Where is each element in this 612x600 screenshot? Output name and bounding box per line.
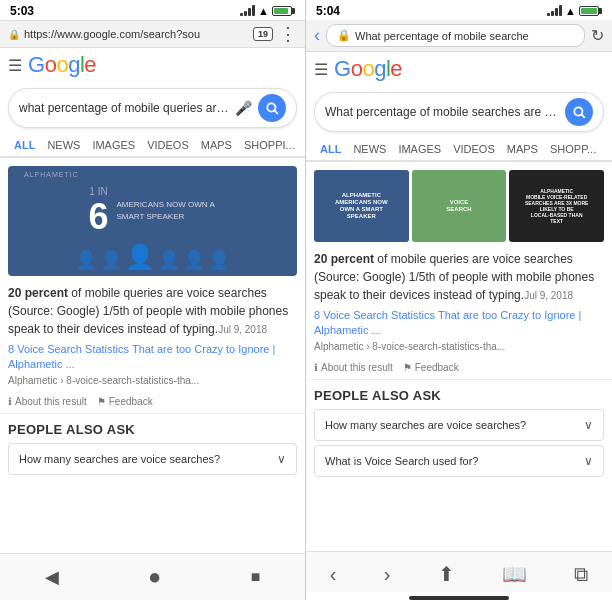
tab-news-right[interactable]: NEWS <box>347 138 392 162</box>
result-card-right: ALPHAMETICAMERICANS NOWOWN A SMARTSPEAKE… <box>306 162 612 380</box>
result-date-left: Jul 9, 2018 <box>218 324 267 335</box>
mic-icon-left[interactable]: 🎤 <box>235 100 252 116</box>
svg-point-2 <box>574 107 582 115</box>
time-left: 5:03 <box>10 4 34 18</box>
about-result-left[interactable]: ℹ About this result <box>8 396 87 407</box>
result-link-right[interactable]: 8 Voice Search Statistics That are too C… <box>314 308 604 339</box>
tabs-bar-left: ALL NEWS IMAGES VIDEOS MAPS SHOPPI... <box>0 134 305 158</box>
signal-icon <box>240 4 255 18</box>
paa-item-text-1-right: What is Voice Search used for? <box>325 455 584 467</box>
paa-title-right: PEOPLE ALSO ASK <box>314 388 604 403</box>
result-footer-left: ℹ About this result ⚑ Feedback <box>8 392 297 407</box>
back-arrow-ios[interactable]: ‹ <box>314 25 320 46</box>
ios-url-box[interactable]: 🔒 What percentage of mobile searche <box>326 24 585 47</box>
search-button-left[interactable] <box>258 94 286 122</box>
paa-item-1-right[interactable]: What is Voice Search used for? ∨ <box>314 445 604 477</box>
tab-all-left[interactable]: ALL <box>8 134 41 158</box>
feedback-right[interactable]: ⚑ Feedback <box>403 362 459 373</box>
paa-section-left: PEOPLE ALSO ASK How many searches are vo… <box>0 414 305 483</box>
hamburger-icon-right[interactable]: ☰ <box>314 60 328 79</box>
lock-icon-ios: 🔒 <box>337 29 351 42</box>
google-search-area-right: ☰ Google <box>306 52 612 86</box>
battery-icon-right <box>579 6 602 16</box>
image-thumb-1: ALPHAMETICAMERICANS NOWOWN A SMARTSPEAKE… <box>314 170 409 242</box>
tab-images-right[interactable]: IMAGES <box>392 138 447 162</box>
result-source-left: Alphametic › 8-voice-search-statistics-t… <box>8 375 297 386</box>
google-logo-left: Google <box>28 52 96 78</box>
snippet-bold-left: 20 percent <box>8 286 68 300</box>
result-snippet-right: 20 percent of mobile queries are voice s… <box>314 250 604 304</box>
flag-icon-left: ⚑ <box>97 396 106 407</box>
paa-chevron-1-right: ∨ <box>584 454 593 468</box>
home-button-android[interactable]: ● <box>140 562 169 592</box>
content-left: ALPHAMETIC 1 IN 6 AMERICANS NOW OWN A SM… <box>0 158 305 553</box>
tab-count[interactable]: 19 <box>253 27 273 41</box>
more-options-icon[interactable]: ⋮ <box>279 25 297 43</box>
search-input-right[interactable]: What percentage of mobile searches are v… <box>325 105 559 119</box>
flag-icon-right: ⚑ <box>403 362 412 373</box>
tabs-button-ios[interactable]: ⧉ <box>568 561 594 588</box>
info-icon-left: ℹ <box>8 396 12 407</box>
search-box-left[interactable]: what percentage of mobile queries are vo… <box>8 88 297 128</box>
result-card-left: ALPHAMETIC 1 IN 6 AMERICANS NOW OWN A SM… <box>0 158 305 414</box>
svg-line-1 <box>275 111 278 114</box>
share-button-ios[interactable]: ⬆ <box>432 560 461 588</box>
url-text-left: https://www.google.com/search?sou <box>24 28 247 40</box>
infographic-image-left: ALPHAMETIC 1 IN 6 AMERICANS NOW OWN A SM… <box>8 166 297 276</box>
google-logo-right: Google <box>334 56 402 82</box>
tab-shopping-right[interactable]: SHOPP... <box>544 138 602 162</box>
address-bar-left[interactable]: 🔒 https://www.google.com/search?sou 19 ⋮ <box>0 20 305 48</box>
status-bar-left: 5:03 ▲ <box>0 0 305 20</box>
tab-maps-left[interactable]: MAPS <box>195 134 238 158</box>
image-thumb-2: VOICESEARCH <box>412 170 507 242</box>
back-button-android[interactable]: ◀ <box>37 564 67 590</box>
time-right: 5:04 <box>316 4 340 18</box>
paa-chevron-0-left: ∨ <box>277 452 286 466</box>
bookmark-button-ios[interactable]: 📖 <box>496 560 533 588</box>
search-button-right[interactable] <box>565 98 593 126</box>
status-bar-right: 5:04 ▲ <box>306 0 612 20</box>
search-box-right[interactable]: What percentage of mobile searches are v… <box>314 92 604 132</box>
paa-item-0-left[interactable]: How many searches are voice searches? ∨ <box>8 443 297 475</box>
tab-shopping-left[interactable]: SHOPPI... <box>238 134 301 158</box>
paa-item-0-right[interactable]: How many searches are voice searches? ∨ <box>314 409 604 441</box>
back-button-ios[interactable]: ‹ <box>324 561 343 588</box>
ios-home-bar <box>409 596 509 600</box>
paa-chevron-0-right: ∨ <box>584 418 593 432</box>
url-text-right: What percentage of mobile searche <box>355 30 574 42</box>
info-icon-right: ℹ <box>314 362 318 373</box>
tab-all-right[interactable]: ALL <box>314 138 347 162</box>
result-footer-right: ℹ About this result ⚑ Feedback <box>314 358 604 373</box>
result-date-right: Jul 9, 2018 <box>524 290 573 301</box>
forward-button-ios[interactable]: › <box>378 561 397 588</box>
recents-button-android[interactable]: ■ <box>243 566 269 588</box>
tab-videos-right[interactable]: VIDEOS <box>447 138 501 162</box>
svg-point-0 <box>267 103 275 111</box>
bottom-nav-ios: ‹ › ⬆ 📖 ⧉ <box>306 551 612 592</box>
image-thumb-3: ALPHAMETICMOBILE VOICE-RELATEDSEARCHES A… <box>509 170 604 242</box>
alphametic-label: ALPHAMETIC <box>16 171 79 178</box>
feedback-left[interactable]: ⚑ Feedback <box>97 396 153 407</box>
tab-maps-right[interactable]: MAPS <box>501 138 544 162</box>
signal-icon-right <box>547 4 562 18</box>
paa-title-left: PEOPLE ALSO ASK <box>8 422 297 437</box>
people-icons: 👤 👤 👤 👤 👤 👤 <box>75 243 230 271</box>
paa-item-text-0-left: How many searches are voice searches? <box>19 453 277 465</box>
search-input-left[interactable]: what percentage of mobile queries are vo <box>19 101 229 115</box>
tab-videos-left[interactable]: VIDEOS <box>141 134 195 158</box>
status-icons-left: ▲ <box>240 4 295 18</box>
tab-news-left[interactable]: NEWS <box>41 134 86 158</box>
svg-line-3 <box>582 115 585 118</box>
ios-address-bar[interactable]: ‹ 🔒 What percentage of mobile searche ↻ <box>306 20 612 52</box>
result-source-right: Alphametic › 8-voice-search-statistics-t… <box>314 341 604 352</box>
bottom-nav-android: ◀ ● ■ <box>0 553 305 600</box>
result-link-left[interactable]: 8 Voice Search Statistics That are too C… <box>8 342 297 373</box>
about-result-right[interactable]: ℹ About this result <box>314 362 393 373</box>
result-snippet-left: 20 percent of mobile queries are voice s… <box>8 284 297 338</box>
hamburger-icon-left[interactable]: ☰ <box>8 56 22 75</box>
tab-images-left[interactable]: IMAGES <box>86 134 141 158</box>
content-right: ALPHAMETICAMERICANS NOWOWN A SMARTSPEAKE… <box>306 162 612 551</box>
paa-section-right: PEOPLE ALSO ASK How many searches are vo… <box>306 380 612 485</box>
wifi-icon-right: ▲ <box>565 5 576 17</box>
refresh-icon-right[interactable]: ↻ <box>591 26 604 45</box>
